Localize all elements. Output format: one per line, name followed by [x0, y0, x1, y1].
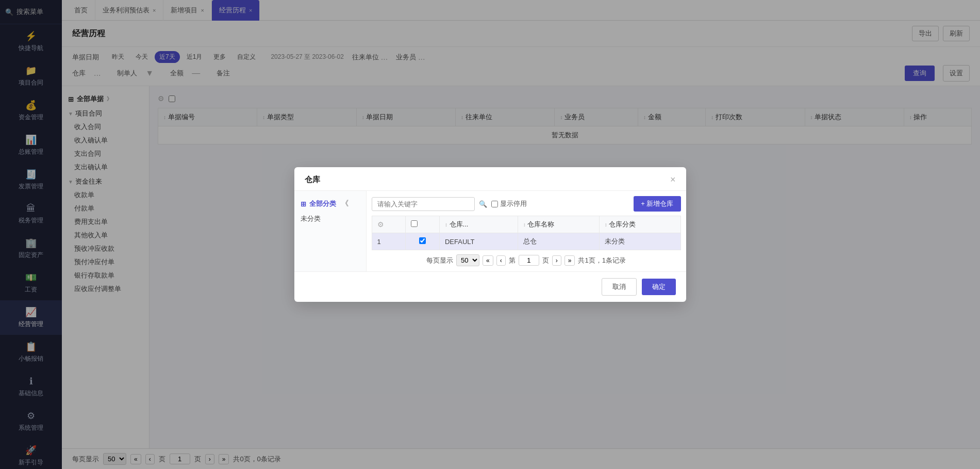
modal-search-input[interactable] [372, 197, 475, 211]
confirm-button[interactable]: 确定 [642, 279, 676, 295]
modal-th-checkbox[interactable] [406, 216, 440, 233]
modal-th-gear: ⚙ [372, 216, 406, 233]
modal-header: 仓库 × [294, 167, 686, 191]
modal-prev-btn[interactable]: ‹ [496, 255, 506, 266]
row-code: DEFAULT [439, 233, 518, 250]
modal-first-btn[interactable]: « [483, 255, 493, 266]
modal-page-label: 第 [509, 256, 516, 265]
modal-th-category: ↕ 仓库分类 [599, 216, 680, 233]
modal-page-input[interactable] [519, 255, 539, 266]
modal-table-wrap: ⚙ ↕ 仓库... ↕ 仓库名称 ↕ 仓库分类 1 DEFAULT 总仓 未分类 [372, 216, 681, 250]
modal-page-suffix: 页 [542, 256, 549, 265]
modal-close-button[interactable]: × [670, 174, 676, 185]
modal-last-btn[interactable]: » [564, 255, 575, 266]
modal-table-row[interactable]: 1 DEFAULT 总仓 未分类 [372, 233, 680, 250]
row-name: 总仓 [518, 233, 599, 250]
row-checkbox-cell[interactable] [406, 233, 440, 250]
modal-category-未分类[interactable]: 未分类 [294, 212, 366, 226]
modal-footer: 取消 确定 [294, 271, 686, 302]
modal-select-all[interactable] [411, 220, 418, 227]
modal-title: 仓库 [305, 175, 320, 185]
modal-all-label: 全部分类 [309, 199, 336, 208]
modal-right-panel: 🔍 显示停用 + 新增仓库 ⚙ ↕ 仓库... [367, 191, 686, 271]
modal-left-header[interactable]: ⊞ 全部分类 《 [294, 196, 366, 212]
modal-th-code: ↕ 仓库... [439, 216, 518, 233]
modal-next-btn[interactable]: › [552, 255, 561, 266]
modal-per-page-label: 每页显示 [426, 256, 453, 265]
modal-total-info: 共1页，1条记录 [578, 256, 625, 265]
row-category: 未分类 [599, 233, 680, 250]
modal-overlay: 仓库 × ⊞ 全部分类 《 未分类 🔍 [0, 0, 980, 469]
add-warehouse-button[interactable]: + 新增仓库 [634, 196, 680, 212]
show-disabled-checkbox[interactable] [491, 201, 498, 207]
modal-th-name: ↕ 仓库名称 [518, 216, 599, 233]
row-index: 1 [372, 233, 406, 250]
show-disabled-label[interactable]: 显示停用 [491, 199, 527, 208]
modal-search-icon[interactable]: 🔍 [479, 200, 487, 208]
modal-table: ⚙ ↕ 仓库... ↕ 仓库名称 ↕ 仓库分类 1 DEFAULT 总仓 未分类 [372, 216, 681, 250]
row-checkbox[interactable] [419, 237, 426, 244]
modal-left-items: 未分类 [294, 212, 366, 226]
modal-body: ⊞ 全部分类 《 未分类 🔍 显示停用 + 新增仓库 [294, 191, 686, 271]
cancel-button[interactable]: 取消 [602, 278, 637, 296]
modal-per-page-select[interactable]: 50 [456, 254, 479, 266]
modal-collapse-icon[interactable]: 《 [339, 199, 351, 208]
grid-icon-modal: ⊞ [301, 200, 306, 208]
modal-toolbar: 🔍 显示停用 + 新增仓库 [372, 196, 681, 212]
modal-left-panel: ⊞ 全部分类 《 未分类 [294, 191, 367, 271]
warehouse-modal: 仓库 × ⊞ 全部分类 《 未分类 🔍 [294, 167, 686, 302]
modal-pagination: 每页显示 50 « ‹ 第 页 › » 共1页，1条记录 [372, 250, 681, 266]
